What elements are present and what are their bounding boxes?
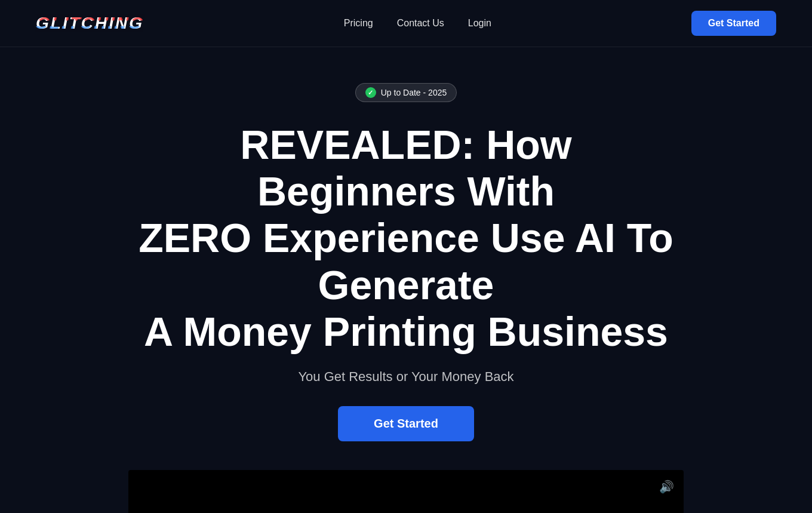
nav-link-contact[interactable]: Contact Us bbox=[397, 18, 444, 28]
nav-links: Pricing Contact Us Login bbox=[344, 18, 491, 29]
hero-title-line3: A Money Printing Business bbox=[144, 309, 668, 354]
nav-item-contact[interactable]: Contact Us bbox=[397, 18, 444, 29]
video-player[interactable]: 🔊 bbox=[128, 470, 684, 513]
hero-subtitle: You Get Results or Your Money Back bbox=[298, 369, 513, 385]
check-icon bbox=[365, 87, 376, 98]
hero-title-line1: REVEALED: How Beginners With bbox=[240, 122, 571, 214]
up-to-date-badge: Up to Date - 2025 bbox=[355, 83, 457, 102]
hero-title-line2: ZERO Experience Use AI To Generate bbox=[139, 215, 673, 307]
nav-get-started-button[interactable]: Get Started bbox=[691, 11, 776, 36]
logo[interactable]: GLITCHING bbox=[36, 14, 144, 33]
hero-get-started-button[interactable]: Get Started bbox=[338, 406, 474, 441]
nav-link-login[interactable]: Login bbox=[468, 18, 491, 28]
nav-item-login[interactable]: Login bbox=[468, 18, 491, 29]
badge-label: Up to Date - 2025 bbox=[381, 88, 447, 97]
hero-title: REVEALED: How Beginners With ZERO Experi… bbox=[137, 121, 675, 355]
navbar: GLITCHING Pricing Contact Us Login Get S… bbox=[0, 0, 812, 47]
sound-icon[interactable]: 🔊 bbox=[659, 480, 674, 494]
nav-link-pricing[interactable]: Pricing bbox=[344, 18, 373, 28]
hero-section: Up to Date - 2025 REVEALED: How Beginner… bbox=[0, 47, 812, 513]
nav-item-pricing[interactable]: Pricing bbox=[344, 18, 373, 29]
